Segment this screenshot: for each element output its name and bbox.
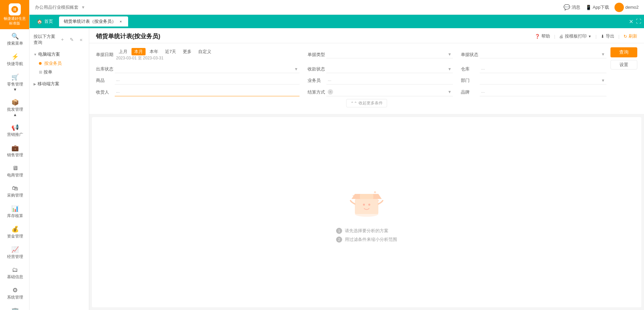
filter-item-payment: 收款状态 ▼	[308, 65, 453, 73]
sidebar-item-purchase[interactable]: 🛍 采购管理	[0, 182, 29, 202]
left-panel-title: 按以下方案查询	[34, 34, 59, 46]
warehouse-select[interactable]: ···	[481, 66, 605, 72]
filter-item-consignee: 收货人 ···	[96, 88, 300, 96]
sidebar-item-sales[interactable]: 💼 销售管理	[0, 141, 29, 161]
doctype-input-wrap[interactable]: ▼	[326, 51, 453, 58]
sidebar-item-wholesale[interactable]: 📦 批发管理 ▲	[0, 95, 29, 120]
collapse-button[interactable]: ⌃⌃ 收起更多条件	[346, 99, 387, 107]
consignee-select[interactable]: ···	[116, 89, 298, 95]
query-button[interactable]: 查询	[610, 47, 637, 57]
empty-state: 1 请先选择要分析的方案 2 用过滤条件来缩小分析范围	[92, 117, 641, 307]
sidebar-item-shortcut[interactable]: ⚡ 快捷导航	[0, 50, 29, 70]
department-input-wrap[interactable]: ▼	[480, 77, 606, 85]
goods-input-wrap[interactable]: ···	[115, 76, 300, 85]
user-menu[interactable]: demo2	[614, 3, 639, 12]
content: 按以下方案查询 ＋ ✎ « ▼ 电脑端方案 按业务员 ⊞ 按单	[30, 28, 644, 310]
docstatus-chevron-icon: ▼	[601, 52, 605, 57]
date-btn-this-year[interactable]: 本年	[147, 48, 161, 55]
tab-home[interactable]: 🏠 首页	[32, 16, 58, 27]
purchase-icon: 🛍	[12, 185, 18, 192]
doctype-select[interactable]: ▼	[328, 51, 452, 57]
phone-icon: 📱	[586, 5, 591, 10]
template-print-button[interactable]: 🖨 按模板打印 ▼	[559, 33, 591, 39]
message-label: 消息	[572, 4, 580, 10]
salesperson-input-wrap[interactable]: ···	[326, 76, 453, 85]
wholesale-expand-icon: ▲	[13, 112, 17, 117]
refresh-button[interactable]: ↻ 刷新	[624, 33, 637, 39]
sidebar-item-operations[interactable]: 📈 经营管理	[0, 243, 29, 263]
salesperson-select[interactable]: ···	[328, 77, 452, 84]
export-button[interactable]: ⬇ 导出	[601, 33, 614, 39]
sidebar-item-enterprise[interactable]: 🏢 企业协同	[0, 304, 29, 310]
brand-select[interactable]: ···	[481, 89, 605, 95]
avatar	[614, 3, 624, 12]
sidebar-item-ecommerce[interactable]: 🖥 电商管理	[0, 161, 29, 182]
settlement-select[interactable]: × ▼	[328, 89, 452, 95]
empty-tip-1: 1 请先选择要分析的方案	[336, 228, 397, 234]
sidebar-item-retail-label: 零售管理	[7, 82, 23, 87]
date-btn-this-month[interactable]: 本月	[131, 48, 146, 55]
date-btn-prev-month[interactable]: 上月	[116, 48, 130, 55]
tree-mobile-section[interactable]: ▶ 移动端方案	[30, 79, 89, 89]
divider3: |	[619, 34, 620, 39]
warehouse-input-wrap[interactable]: ···	[480, 65, 606, 73]
brand-input-wrap[interactable]: ···	[480, 88, 606, 96]
sidebar-item-system[interactable]: ⚙ 系统管理	[0, 283, 29, 304]
tree-desktop-section[interactable]: ▼ 电脑端方案	[30, 50, 89, 59]
svg-point-6	[353, 195, 354, 196]
docstatus-input-wrap[interactable]: ▼	[480, 51, 606, 58]
outstatus-chevron-icon: ▼	[294, 67, 298, 71]
consignee-input-wrap[interactable]: ···	[115, 88, 300, 96]
logo-icon	[9, 3, 21, 15]
message-button[interactable]: 💬 消息	[564, 4, 580, 10]
right-content: 销货单统计表(按业务员) ❓ 帮助 | 🖨 按模板打印 ▼ | ⬇	[89, 28, 644, 310]
tabbar-right: ✕ ⛶	[629, 18, 641, 25]
outstatus-select[interactable]: ▼	[116, 66, 298, 72]
sidebar-item-finance[interactable]: 💰 资金管理	[0, 222, 29, 243]
payment-input-wrap[interactable]: ▼	[326, 65, 453, 73]
sidebar-item-marketing[interactable]: 📢 营销推广	[0, 120, 29, 141]
collapse-bar: ⌃⌃ 收起更多条件	[96, 96, 637, 110]
tab-close-window-icon[interactable]: ✕	[629, 18, 633, 25]
collapse-panel-button[interactable]: «	[77, 36, 85, 43]
edit-scheme-button[interactable]: ✎	[68, 36, 75, 43]
print-chevron-icon: ▼	[588, 35, 591, 38]
date-btn-more[interactable]: 更多	[180, 48, 194, 55]
sidebar-item-basic[interactable]: 🗂 基础信息	[0, 263, 29, 283]
sidebar-item-inventory[interactable]: 📊 库存核算	[0, 202, 29, 222]
tree-item-order[interactable]: ⊞ 按单	[30, 68, 89, 76]
sidebar-item-retail[interactable]: 🛒 零售管理 ▼	[0, 70, 29, 95]
date-btn-custom[interactable]: 自定义	[196, 48, 214, 55]
sidebar-item-search[interactable]: 🔍 搜索菜单	[0, 29, 29, 50]
filter-row-2: 出库状态 ▼ 收款状态	[96, 65, 606, 73]
settlement-label: 结算方式	[308, 89, 326, 95]
topbar-left: 办公用品行业模拟账套 ▼	[35, 4, 85, 10]
goods-select[interactable]: ···	[116, 77, 298, 84]
tree-collapsed-icon: ▶	[34, 82, 36, 86]
settlement-clear-icon[interactable]: ×	[328, 89, 333, 95]
empty-tip-2-text: 用过滤条件来缩小分析范围	[345, 237, 397, 243]
department-select[interactable]: ▼	[481, 78, 605, 84]
tab-maximize-icon[interactable]: ⛶	[636, 18, 641, 25]
svg-point-5	[374, 191, 376, 193]
outstatus-input-wrap[interactable]: ▼	[115, 65, 300, 73]
tree-mobile-label: 移动端方案	[38, 81, 59, 87]
date-btn-7days[interactable]: 近7天	[162, 48, 179, 55]
tree-item-salesperson[interactable]: 按业务员	[30, 59, 89, 68]
payment-select[interactable]: ▼	[328, 66, 452, 72]
tree-section-mobile: ▶ 移动端方案	[30, 78, 89, 90]
app-download-button[interactable]: 📱 App下载	[586, 4, 609, 10]
help-button[interactable]: ❓ 帮助	[535, 33, 550, 39]
docstatus-select[interactable]: ▼	[481, 51, 605, 57]
tab-close-icon[interactable]: ×	[118, 19, 123, 24]
topbar-right: 💬 消息 📱 App下载 demo2	[564, 3, 639, 12]
tab-report-label: 销货单统计表（按业务员）	[64, 18, 116, 24]
settings-button[interactable]: 设置	[610, 60, 637, 69]
add-scheme-button[interactable]: ＋	[59, 36, 66, 43]
date-input-wrap: 上月 本月 本年 近7天 更多 自定义 2023-03-01 至 2023-03…	[115, 47, 300, 62]
collapse-label: 收起更多条件	[359, 100, 383, 106]
tab-report[interactable]: 销货单统计表（按业务员） ×	[59, 16, 128, 27]
basic-icon: 🗂	[12, 266, 18, 273]
filter-item-department: 部门 ▼	[461, 77, 606, 85]
sidebar-item-marketing-label: 营销推广	[7, 132, 23, 138]
